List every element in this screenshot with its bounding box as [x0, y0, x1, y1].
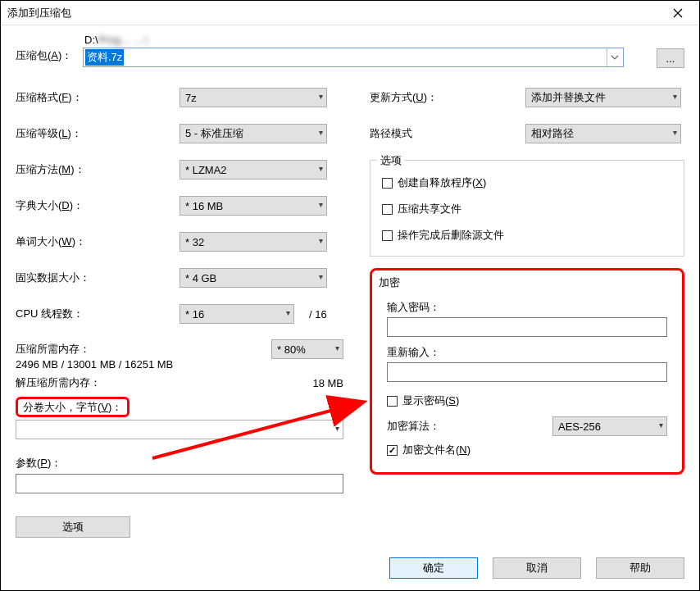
chevron-down-icon: ▾ — [659, 421, 663, 430]
volume-label-wrap: 分卷大小，字节(V)： — [16, 400, 130, 415]
help-button-label: 帮助 — [630, 561, 651, 575]
cpu-label: CPU 线程数： — [16, 307, 180, 321]
left-column: 压缩格式(F)： 7z ▾ 压缩等级(L)： 5 - 标准压缩 ▾ 压缩方法(M… — [16, 88, 343, 538]
mem-pct-combobox[interactable]: * 80% ▾ — [271, 339, 343, 359]
cancel-button[interactable]: 取消 — [493, 557, 581, 579]
ok-button-label: 确定 — [423, 561, 444, 575]
archive-path-display: D:\Prog… …\ — [83, 34, 648, 46]
word-value: * 32 — [185, 236, 204, 248]
options-fieldset: 选项 创建自释放程序(X) 压缩共享文件 操作完成后删除源文件 — [370, 160, 684, 257]
chevron-down-icon — [607, 48, 621, 66]
dialog-window: 添加到压缩包 压缩包(A)： D:\Prog… …\ 资料.7z ... — [0, 0, 700, 591]
method-value: * LZMA2 — [185, 164, 227, 176]
dialog-buttons: 确定 取消 帮助 — [389, 557, 684, 579]
solid-combobox[interactable]: * 4 GB ▾ — [180, 268, 327, 288]
columns: 压缩格式(F)： 7z ▾ 压缩等级(L)： 5 - 标准压缩 ▾ 压缩方法(M… — [16, 88, 684, 538]
update-value: 添加并替换文件 — [531, 90, 606, 105]
encrypt-names-label: 加密文件名(N) — [402, 443, 470, 457]
password-input[interactable] — [387, 317, 667, 337]
word-label: 单词大小(W)： — [16, 234, 180, 249]
param-block: 参数(P)： — [16, 456, 343, 493]
algo-combobox[interactable]: AES-256 ▾ — [552, 416, 667, 436]
repassword-input[interactable] — [387, 362, 667, 382]
level-value: 5 - 标准压缩 — [185, 126, 243, 141]
update-combobox[interactable]: 添加并替换文件 ▾ — [525, 88, 681, 107]
browse-button-label: ... — [666, 52, 675, 65]
archive-name-combobox[interactable]: 资料.7z — [83, 48, 624, 67]
encrypt-names-checkbox[interactable] — [387, 445, 398, 456]
chevron-down-icon: ▾ — [319, 164, 323, 173]
param-input[interactable] — [16, 474, 343, 493]
close-button[interactable] — [663, 4, 693, 22]
dict-value: * 16 MB — [185, 200, 223, 212]
archive-path-prefix: D:\ — [84, 34, 98, 46]
format-value: 7z — [185, 92, 197, 104]
sfx-checkbox[interactable] — [382, 178, 393, 189]
cancel-button-label: 取消 — [526, 561, 548, 575]
shared-label: 压缩共享文件 — [398, 202, 461, 216]
show-password-label: 显示密码(S) — [402, 393, 459, 408]
method-combobox[interactable]: * LZMA2 ▾ — [180, 160, 327, 180]
chevron-down-icon: ▾ — [319, 200, 323, 209]
format-label: 压缩格式(F)： — [16, 90, 180, 105]
mem-decompress-value: 18 MB — [312, 377, 343, 389]
encryption-legend: 加密 — [379, 275, 675, 290]
help-button[interactable]: 帮助 — [596, 557, 684, 579]
cpu-value: * 16 — [185, 308, 204, 321]
chevron-down-icon: ▾ — [319, 128, 323, 137]
mem-decompress-label: 解压缩所需内存： — [16, 375, 101, 390]
shared-checkbox[interactable] — [382, 204, 393, 215]
chevron-down-icon: ▾ — [286, 308, 290, 317]
mem-compress-label: 压缩所需内存： — [16, 342, 90, 357]
repassword-label: 重新输入： — [387, 345, 667, 360]
archive-path-block: D:\Prog… …\ 资料.7z — [83, 34, 648, 67]
chevron-down-icon: ▾ — [319, 272, 323, 281]
chevron-down-icon: ▾ — [673, 128, 677, 137]
password-label: 输入密码： — [387, 300, 667, 315]
cpu-combobox[interactable]: * 16 ▾ — [180, 304, 294, 324]
options-button[interactable]: 选项 — [16, 516, 130, 538]
dialog-body: 压缩包(A)： D:\Prog… …\ 资料.7z ... 压缩格式(F)： — [1, 25, 699, 590]
archive-name-selected: 资料.7z — [85, 49, 124, 66]
close-icon — [673, 8, 683, 18]
mem-compress-value: 2496 MB / 13001 MB / 16251 MB — [16, 358, 343, 371]
archive-row: 压缩包(A)： D:\Prog… …\ 资料.7z ... — [16, 34, 684, 68]
memory-block: 压缩所需内存： * 80% ▾ 2496 MB / 13001 MB / 162… — [16, 340, 343, 392]
level-combobox[interactable]: 5 - 标准压缩 ▾ — [180, 124, 327, 143]
window-title: 添加到压缩包 — [7, 6, 71, 20]
cpu-denominator: / 16 — [309, 308, 327, 321]
ok-button[interactable]: 确定 — [389, 557, 478, 579]
solid-value: * 4 GB — [185, 272, 216, 284]
algo-label: 加密算法： — [387, 419, 440, 434]
update-label: 更新方式(U)： — [370, 90, 525, 105]
chevron-down-icon: ▾ — [673, 92, 677, 101]
delete-label: 操作完成后删除源文件 — [398, 228, 504, 243]
browse-button[interactable]: ... — [657, 48, 684, 68]
mem-pct-value: * 80% — [277, 343, 306, 356]
show-password-checkbox[interactable] — [387, 396, 398, 407]
delete-checkbox[interactable] — [382, 230, 393, 241]
method-label: 压缩方法(M)： — [16, 162, 180, 177]
volume-label-highlight: 分卷大小，字节(V)： — [16, 397, 130, 417]
path-mode-combobox[interactable]: 相对路径 ▾ — [525, 124, 681, 143]
encryption-highlight: 加密 输入密码： 重新输入： 显示密码(S) — [370, 268, 684, 475]
solid-label: 固实数据大小： — [16, 270, 180, 285]
options-button-label: 选项 — [62, 520, 84, 534]
chevron-down-icon: ▾ — [319, 92, 323, 101]
chevron-down-icon: ▾ — [335, 343, 339, 352]
chevron-down-icon: ▾ — [319, 236, 323, 245]
volume-combobox[interactable]: ▾ — [16, 420, 343, 439]
chevron-down-icon: ▾ — [335, 424, 339, 433]
sfx-label: 创建自释放程序(X) — [398, 175, 486, 190]
format-combobox[interactable]: 7z ▾ — [180, 88, 327, 107]
path-mode-label: 路径模式 — [370, 126, 525, 141]
archive-path-blur: Prog… …\ — [98, 34, 148, 46]
dict-label: 字典大小(D)： — [16, 198, 180, 213]
word-combobox[interactable]: * 32 ▾ — [180, 232, 327, 252]
archive-label: 压缩包(A)： — [16, 34, 75, 63]
right-column: 更新方式(U)： 添加并替换文件 ▾ 路径模式 相对路径 ▾ 选项 — [370, 88, 684, 538]
algo-value: AES-256 — [558, 421, 601, 433]
options-legend: 选项 — [377, 153, 405, 168]
level-label: 压缩等级(L)： — [16, 126, 180, 141]
dict-combobox[interactable]: * 16 MB ▾ — [180, 196, 327, 216]
